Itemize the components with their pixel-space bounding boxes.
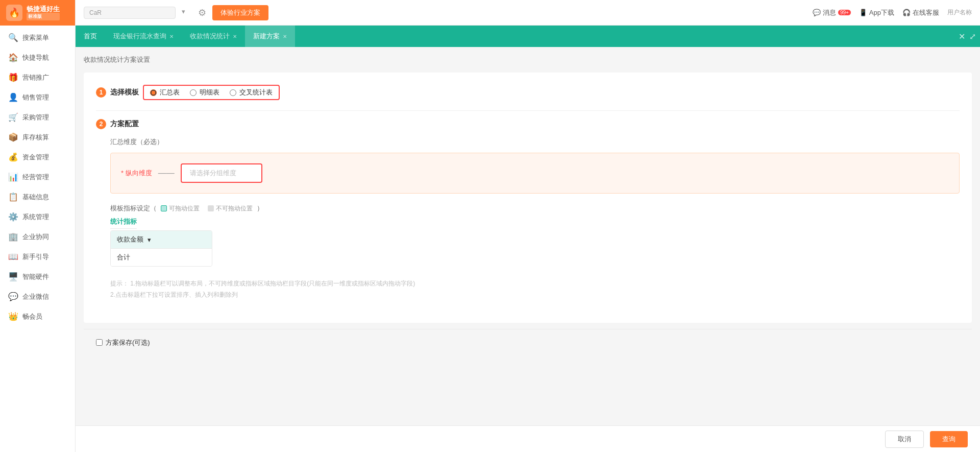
- metrics-section-title: 统计指标: [110, 215, 137, 229]
- tab-bank-label: 现金银行流水查询: [113, 32, 166, 41]
- topbar: ▾ ⚙ 体验行业方案 💬 消息 99+ 📱 App下载 🎧 在线客服 用户名称: [76, 0, 980, 26]
- sidebar-label-member: 畅会员: [22, 312, 42, 321]
- dimension-select[interactable]: 请选择分组维度: [181, 163, 262, 183]
- save-checkbox-label[interactable]: 方案保存(可选): [96, 338, 150, 347]
- sidebar-label-sales: 销售管理: [22, 93, 49, 102]
- gear-icon: ⚙️: [8, 212, 18, 222]
- radio-summary[interactable]: 汇总表: [150, 88, 180, 97]
- radio-summary-label: 汇总表: [160, 88, 180, 97]
- radio-detail-input[interactable]: [190, 89, 197, 96]
- sidebar-label-guide: 新手引导: [22, 252, 49, 261]
- metrics-header: 模板指标设定（ 可拖动位置 不可拖动位置 ）: [110, 204, 960, 213]
- service-label: 在线客服: [913, 8, 939, 17]
- dropdown-icon[interactable]: ▾: [182, 8, 192, 18]
- footer-section: 方案保存(可选): [84, 329, 972, 355]
- sidebar-item-system[interactable]: ⚙️ 系统管理: [0, 207, 75, 227]
- save-checkbox[interactable]: [96, 339, 103, 346]
- tab-receipt[interactable]: 收款情况统计 ✕: [182, 26, 245, 47]
- radio-cross-input[interactable]: [230, 89, 236, 96]
- sidebar-item-nav[interactable]: 🏠 快捷导航: [0, 47, 75, 67]
- sidebar-item-purchase[interactable]: 🛒 采购管理: [0, 107, 75, 127]
- sidebar-item-coop[interactable]: 🏢 企业协同: [0, 227, 75, 247]
- step1-section: 1 选择模板 汇总表 明细表: [96, 85, 960, 100]
- tab-new-plan-label: 新建方案: [253, 32, 280, 41]
- gift-icon: 🎁: [8, 73, 18, 82]
- metrics-col-dropdown[interactable]: ▾: [148, 236, 151, 244]
- sidebar-label-ops: 经营管理: [22, 173, 49, 182]
- metrics-header-end: ）: [257, 204, 263, 213]
- sidebar-item-finance[interactable]: 💰 资金管理: [0, 147, 75, 167]
- config-card: 1 选择模板 汇总表 明细表: [84, 73, 972, 323]
- sidebar-item-basic[interactable]: 📋 基础信息: [0, 187, 75, 207]
- building-icon: 🏢: [8, 232, 18, 242]
- message-item[interactable]: 💬 消息 99+: [813, 8, 851, 17]
- action-bar: 取消 查询: [76, 425, 980, 452]
- step2-section: 2 方案配置 汇总维度（必选） 纵向维度 —— 请选择分组维度: [96, 119, 960, 300]
- home-icon: 🏠: [8, 53, 18, 62]
- download-icon: 📱: [859, 9, 867, 16]
- tab-bank[interactable]: 现金银行流水查询 ✕: [105, 26, 182, 47]
- sidebar-label-wechat: 企业微信: [22, 292, 49, 301]
- sidebar-item-hardware[interactable]: 🖥️ 智能硬件: [0, 267, 75, 287]
- window-close-icon[interactable]: ✕: [959, 32, 965, 41]
- window-maximize-icon[interactable]: ⤢: [969, 32, 976, 41]
- download-item[interactable]: 📱 App下载: [859, 8, 894, 17]
- message-label: 消息: [823, 8, 836, 17]
- draggable-dot: [161, 205, 167, 211]
- legend-non-draggable: 不可拖动位置: [208, 204, 253, 213]
- sidebar-item-wechat[interactable]: 💬 企业微信: [0, 287, 75, 306]
- radio-cross[interactable]: 交叉统计表: [230, 88, 273, 97]
- tab-home[interactable]: 首页: [76, 26, 105, 47]
- radio-summary-input[interactable]: [150, 89, 157, 96]
- sidebar-item-inventory[interactable]: 📦 库存核算: [0, 127, 75, 147]
- settings-icon[interactable]: ⚙: [198, 7, 206, 18]
- search-input[interactable]: [84, 7, 176, 19]
- sidebar-label-nav: 快捷导航: [22, 53, 49, 62]
- tab-new-plan[interactable]: 新建方案 ✕: [245, 26, 295, 47]
- sidebar-item-marketing[interactable]: 🎁 营销推广: [0, 67, 75, 87]
- step1-num: 1: [96, 87, 106, 98]
- tab-new-plan-close[interactable]: ✕: [283, 34, 287, 39]
- tips-section: 提示： 1.拖动标题栏可以调整布局，不可跨维度或指标区域拖动栏目字段(只能在同一…: [110, 278, 960, 300]
- sidebar-label-marketing: 营销推广: [22, 73, 49, 82]
- metrics-table: 收款金额 ▾ 合计: [110, 230, 212, 267]
- logo-edition: 标准版: [27, 13, 60, 20]
- trial-button[interactable]: 体验行业方案: [212, 5, 268, 20]
- download-label: App下载: [869, 8, 894, 17]
- metrics-col-label: 收款金额: [117, 235, 143, 244]
- service-item[interactable]: 🎧 在线客服: [902, 8, 939, 17]
- metrics-table-header[interactable]: 收款金额 ▾: [111, 231, 212, 249]
- radio-detail-label: 明细表: [200, 88, 219, 97]
- query-button[interactable]: 查询: [930, 431, 968, 447]
- chat-icon: 💬: [8, 292, 18, 301]
- logo: 🔥 畅捷通好生 标准版: [0, 0, 75, 26]
- sidebar-label-purchase: 采购管理: [22, 113, 49, 122]
- non-draggable-label: 不可拖动位置: [216, 204, 253, 213]
- tab-bank-close[interactable]: ✕: [169, 34, 174, 39]
- step1-header: 1 选择模板 汇总表 明细表: [96, 85, 960, 100]
- message-badge: 99+: [838, 10, 851, 15]
- sidebar-item-guide[interactable]: 📖 新手引导: [0, 247, 75, 267]
- tip-2: 2.点击标题栏下拉可设置排序、插入列和删除列: [110, 290, 960, 301]
- sidebar-item-search[interactable]: 🔍 搜索菜单: [0, 28, 75, 47]
- sidebar-label-hardware: 智能硬件: [22, 272, 49, 281]
- radio-cross-label: 交叉统计表: [239, 88, 273, 97]
- sidebar-item-ops[interactable]: 📊 经营管理: [0, 167, 75, 187]
- tab-receipt-close[interactable]: ✕: [233, 34, 237, 39]
- tab-home-label: 首页: [84, 32, 97, 41]
- legend-draggable: 可拖动位置: [161, 204, 200, 213]
- divider1: [96, 110, 960, 111]
- clipboard-icon: 📋: [8, 192, 18, 202]
- sidebar-item-sales[interactable]: 👤 销售管理: [0, 87, 75, 107]
- sidebar-item-member[interactable]: 👑 畅会员: [0, 306, 75, 326]
- cart-icon: 🛒: [8, 112, 18, 122]
- main-area: ▾ ⚙ 体验行业方案 💬 消息 99+ 📱 App下载 🎧 在线客服 用户名称 …: [76, 0, 980, 452]
- logo-name: 畅捷通好生: [27, 5, 60, 13]
- crown-icon: 👑: [8, 312, 18, 321]
- cancel-button[interactable]: 取消: [885, 431, 924, 448]
- topbar-right: 💬 消息 99+ 📱 App下载 🎧 在线客服 用户名称: [813, 8, 972, 17]
- radio-detail[interactable]: 明细表: [190, 88, 219, 97]
- metrics-area: 模板指标设定（ 可拖动位置 不可拖动位置 ） 统计指标: [110, 204, 960, 300]
- box-icon: 📦: [8, 132, 18, 142]
- monitor-icon: 🖥️: [8, 272, 18, 281]
